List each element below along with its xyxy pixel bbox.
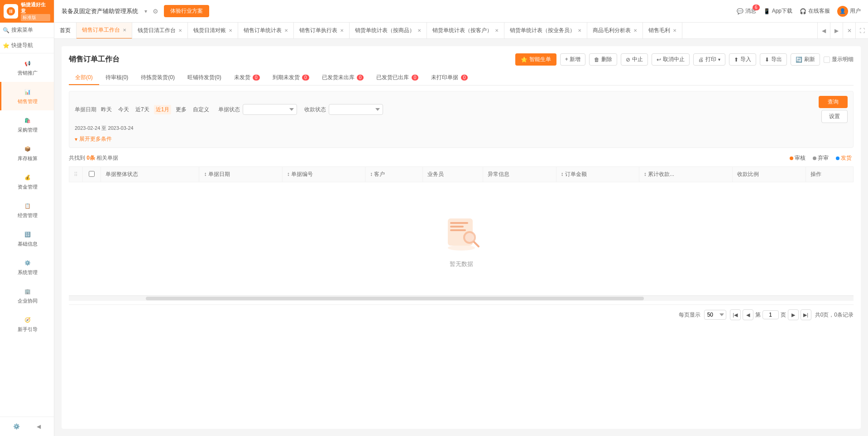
date-opt-custom[interactable]: 自定义 bbox=[191, 105, 211, 114]
sidebar-item-purchase[interactable]: 🛍️ 采购管理 bbox=[0, 110, 54, 139]
expand-more-btn[interactable]: ▾ 展开更多条件 bbox=[75, 135, 848, 143]
status-select[interactable] bbox=[243, 104, 297, 115]
sidebar-label: 经营管理 bbox=[18, 212, 38, 219]
tab-label: 销售订单工作台 bbox=[82, 26, 120, 34]
message-btn[interactable]: 💬 消息 6 bbox=[737, 7, 756, 15]
cancel-stop-btn[interactable]: ↩ 取消中止 bbox=[652, 53, 690, 66]
collapse-footer-btn[interactable]: ◀ bbox=[35, 422, 43, 431]
horizontal-scrollbar[interactable] bbox=[69, 295, 854, 301]
date-opt-today[interactable]: 今天 bbox=[116, 105, 131, 114]
tab-scroll-right-btn[interactable]: ▶ bbox=[830, 23, 843, 39]
tab-close-icon[interactable]: ✕ bbox=[417, 28, 421, 33]
prev-page-btn[interactable]: ◀ bbox=[743, 309, 753, 320]
payment-select[interactable] bbox=[329, 104, 383, 115]
topbar-gear-icon[interactable]: ⚙ bbox=[153, 8, 158, 15]
stop-btn[interactable]: ⊘ 中止 bbox=[621, 53, 648, 66]
query-btn[interactable]: 查询 bbox=[819, 96, 848, 108]
print-btn[interactable]: 🖨 打印 ▾ bbox=[693, 53, 725, 66]
sub-tab-pending-audit[interactable]: 待审核(0) bbox=[99, 71, 135, 85]
tab-sales-product[interactable]: 销货单统计表（按商品） ✕ bbox=[350, 23, 427, 39]
tab-fullscreen-btn[interactable]: ⛶ bbox=[855, 23, 868, 39]
table-header-row: ⠿ 单据整体状态 ↕ 单据日期 ↕ 单据编号 bbox=[69, 167, 854, 182]
sidebar-item-business[interactable]: 📋 经营管理 bbox=[0, 196, 54, 224]
tab-close-icon[interactable]: ✕ bbox=[633, 28, 637, 33]
tab-close-all-btn[interactable]: ✕ bbox=[843, 23, 855, 39]
add-btn[interactable]: + 新增 bbox=[560, 53, 585, 66]
sidebar-item-basic[interactable]: 🔢 基础信息 bbox=[0, 224, 54, 253]
user-area[interactable]: 👤 用户 bbox=[837, 6, 861, 17]
page-size-select[interactable]: 50 20 100 bbox=[704, 310, 726, 320]
sidebar-item-system[interactable]: ⚙️ 系统管理 bbox=[0, 253, 54, 281]
import-btn[interactable]: ⬆ 导入 bbox=[729, 53, 756, 66]
tab-cash-daily[interactable]: 钱货日清工作台 ✕ bbox=[132, 23, 188, 39]
tab-cash-reconcile[interactable]: 钱货日清对账 ✕ bbox=[188, 23, 238, 39]
setting-btn[interactable]: 设置 bbox=[821, 110, 848, 123]
sub-tab-pending-inspect[interactable]: 待拣货装货(0) bbox=[134, 71, 181, 85]
sidebar-item-enterprise[interactable]: 🏢 企业协同 bbox=[0, 281, 54, 310]
tab-sales-staff[interactable]: 销货单统计表（按业务员） ✕ bbox=[504, 23, 587, 39]
search-menu[interactable]: 🔍 搜索菜单 bbox=[0, 23, 54, 38]
show-detail-check[interactable]: 显示明细 bbox=[824, 56, 854, 63]
sub-tab-label: 旺铺待发货(0) bbox=[187, 74, 221, 81]
tab-close-icon[interactable]: ✕ bbox=[123, 28, 126, 33]
tab-close-icon[interactable]: ✕ bbox=[178, 28, 182, 33]
next-page-btn[interactable]: ▶ bbox=[788, 309, 799, 320]
sub-tab-all[interactable]: 全部(0) bbox=[69, 71, 99, 85]
tab-close-icon[interactable]: ✕ bbox=[284, 28, 288, 33]
page-input[interactable] bbox=[762, 310, 779, 319]
date-opt-last1month[interactable]: 近1月 bbox=[154, 105, 172, 114]
system-dropdown-icon[interactable]: ▾ bbox=[144, 8, 147, 14]
delete-btn[interactable]: 🗑 删除 bbox=[589, 53, 617, 66]
online-service-btn[interactable]: 🎧 在线客服 bbox=[800, 7, 830, 15]
sub-tab-shipped-out[interactable]: 已发货已出库 0 bbox=[370, 71, 425, 85]
tab-sales-gross[interactable]: 销售毛利 ✕ bbox=[643, 23, 682, 39]
tab-gross-margin[interactable]: 商品毛利分析表 ✕ bbox=[587, 23, 643, 39]
sub-tab-not-printed[interactable]: 未打印单据 0 bbox=[425, 71, 474, 85]
sub-tab-wangpu[interactable]: 旺铺待发货(0) bbox=[181, 71, 228, 85]
tab-close-icon[interactable]: ✕ bbox=[495, 28, 499, 33]
tab-sales-customer[interactable]: 销货单统计表（按客户） ✕ bbox=[427, 23, 504, 39]
show-detail-label: 显示明细 bbox=[832, 56, 854, 63]
first-page-btn[interactable]: |◀ bbox=[730, 309, 741, 320]
date-opt-yesterday[interactable]: 昨天 bbox=[99, 105, 114, 114]
sidebar-item-inventory[interactable]: 📦 库存核算 bbox=[0, 139, 54, 167]
export-btn[interactable]: ⬇ 导出 bbox=[760, 53, 787, 66]
select-all-checkbox[interactable] bbox=[89, 171, 95, 177]
import-icon: ⬆ bbox=[734, 57, 739, 63]
show-detail-checkbox[interactable] bbox=[824, 57, 830, 63]
tab-scroll-left-btn[interactable]: ◀ bbox=[817, 23, 830, 39]
sub-tab-not-shipped[interactable]: 未发货 0 bbox=[228, 71, 266, 85]
last-page-btn[interactable]: ▶| bbox=[801, 309, 811, 320]
refresh-btn[interactable]: 🔄 刷新 bbox=[791, 53, 820, 66]
overdue-badge: 0 bbox=[302, 75, 309, 81]
expand-label: 展开更多条件 bbox=[79, 135, 112, 143]
sidebar-item-finance[interactable]: 💰 资金管理 bbox=[0, 167, 54, 196]
ship-btn[interactable]: 发货 bbox=[834, 153, 854, 163]
sub-tab-shipped-not-out[interactable]: 已发货未出库 0 bbox=[316, 71, 370, 85]
logo-area: 畅捷通好生意 标准版 bbox=[0, 0, 54, 23]
user-avatar: 👤 bbox=[837, 6, 848, 17]
tab-sales-order-workspace[interactable]: 销售订单工作台 ✕ bbox=[77, 23, 132, 39]
tab-close-icon[interactable]: ✕ bbox=[673, 28, 676, 33]
revoke-btn[interactable]: 弃审 bbox=[811, 153, 830, 163]
sub-tab-overdue[interactable]: 到期未发货 0 bbox=[266, 71, 316, 85]
filter-row-1: 单据日期 昨天 今天 近7天 近1月 更多 自定义 单据状态 bbox=[75, 96, 848, 123]
settings-footer-btn[interactable]: ⚙️ bbox=[11, 422, 22, 431]
tab-close-icon[interactable]: ✕ bbox=[229, 28, 232, 33]
tab-close-icon[interactable]: ✕ bbox=[340, 28, 344, 33]
date-opt-last7[interactable]: 近7天 bbox=[134, 105, 151, 114]
tab-order-stats[interactable]: 销售订单统计表 ✕ bbox=[238, 23, 294, 39]
quick-nav[interactable]: ⭐ 快捷导航 bbox=[0, 38, 54, 53]
sidebar-item-sales[interactable]: 📊 销售管理 bbox=[0, 82, 54, 110]
audit-btn[interactable]: 审核 bbox=[788, 153, 807, 163]
scroll-thumb[interactable] bbox=[146, 297, 644, 300]
date-opt-more[interactable]: 更多 bbox=[174, 105, 188, 114]
sidebar-item-guide[interactable]: 🧭 新手引导 bbox=[0, 310, 54, 338]
sidebar-item-marketing[interactable]: 📢 营销推广 bbox=[0, 53, 54, 82]
app-download-btn[interactable]: 📱 App下载 bbox=[763, 7, 792, 15]
tab-home[interactable]: 首页 bbox=[54, 23, 77, 39]
industry-btn[interactable]: 体验行业方案 bbox=[164, 5, 209, 17]
tab-order-exec[interactable]: 销售订单执行表 ✕ bbox=[294, 23, 350, 39]
tab-close-icon[interactable]: ✕ bbox=[578, 28, 581, 33]
smart-create-btn[interactable]: ⭐ 智能生单 bbox=[515, 53, 556, 66]
